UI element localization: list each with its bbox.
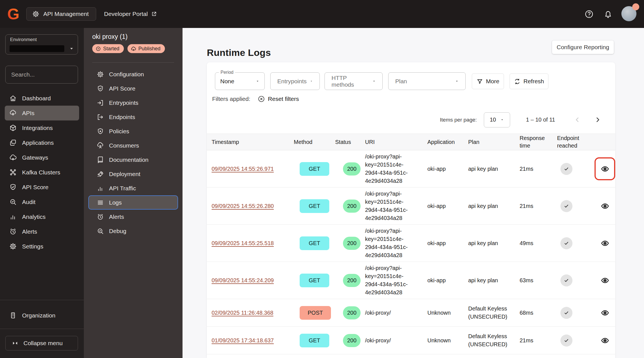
started-badge: Started (92, 44, 124, 53)
api-menu-item-policies[interactable]: Policies (88, 124, 178, 138)
cloud-icon (131, 46, 136, 51)
search-input[interactable] (11, 71, 87, 78)
sidebar-item-settings[interactable]: Settings (5, 239, 79, 254)
gear-icon (32, 10, 39, 18)
developer-portal-label: Developer Portal (104, 11, 148, 17)
api-menu-item-logs[interactable]: Logs (88, 195, 178, 210)
sidebar-item-api-score[interactable]: API Score (5, 180, 79, 195)
entrypoints-select[interactable]: Entrypoints (270, 72, 320, 90)
sidebar-item-integrations[interactable]: Integrations (5, 120, 79, 135)
response-time-cell: 49ms (520, 237, 557, 250)
api-menu-item-api-score[interactable]: API Score (88, 81, 178, 96)
gear-icon (97, 71, 104, 78)
timestamp-link[interactable]: 01/09/2025 17:34:18.637 (212, 336, 274, 345)
view-log-button[interactable] (601, 276, 609, 285)
uri-text: /oki-proxy?api-key=20151c4e-29d4-434a-95… (365, 264, 413, 297)
configure-reporting-button[interactable]: Configure Reporting (552, 41, 614, 54)
items-per-page-select[interactable]: 10 (484, 112, 510, 127)
sidebar-item-apis[interactable]: APIs (5, 106, 79, 120)
developer-portal-link[interactable]: Developer Portal (104, 11, 157, 17)
plan-cell: Default Keyless (UNSECURED) (468, 302, 520, 323)
app-switcher-button[interactable]: API Management (26, 7, 96, 21)
status-badge: 200 (343, 334, 361, 347)
divider (0, 300, 84, 300)
api-menu-item-debug[interactable]: Debug (88, 224, 178, 238)
cloud-icon (9, 154, 17, 161)
timestamp-link[interactable]: 09/09/2025 14:55:24.209 (212, 276, 274, 284)
bell-icon (603, 10, 613, 19)
previous-page-button[interactable] (574, 116, 581, 124)
eye-icon (601, 309, 609, 317)
timestamp-link[interactable]: 09/09/2025 14:55:25.518 (212, 239, 274, 247)
collapse-menu-button[interactable]: Collapse menu (5, 336, 78, 350)
help-button[interactable] (583, 8, 595, 20)
sidebar-item-organization[interactable]: Organization (5, 308, 79, 323)
collapse-menu-label: Collapse menu (23, 340, 63, 347)
http-methods-select[interactable]: HTTP methods (325, 72, 383, 90)
filters-applied-label: Filters applied: (212, 96, 250, 102)
chart-icon (97, 185, 104, 192)
eye-wrap (595, 232, 615, 255)
api-menu-item-deployment[interactable]: Deployment (88, 167, 178, 181)
sidebar-item-dashboard[interactable]: Dashboard (5, 91, 79, 106)
view-log-button[interactable] (601, 309, 609, 317)
sidebar-item-audit[interactable]: Audit (5, 195, 79, 209)
api-menu-item-endpoints[interactable]: Endpoints (88, 110, 178, 124)
timestamp-link[interactable]: 02/09/2025 11:26:48.368 (212, 309, 273, 317)
sidebar-item-applications[interactable]: Applications (5, 135, 79, 150)
http-methods-placeholder: HTTP methods (332, 75, 369, 88)
view-log-button[interactable] (601, 202, 609, 210)
check-icon (564, 310, 569, 316)
refresh-icon (514, 78, 520, 85)
enter-icon (97, 99, 104, 106)
reset-filters-label: Reset filters (268, 96, 299, 102)
column-header-endpoint-reached: Endpoint reached (557, 134, 595, 150)
refresh-button[interactable]: Refresh (510, 74, 548, 89)
api-menu-item-consumers[interactable]: Consumers (88, 138, 178, 153)
search-check-icon (97, 227, 104, 235)
eye-wrap (595, 301, 615, 324)
sidebar-item-kafka-clusters[interactable]: Kafka Clusters (5, 165, 79, 180)
api-menu-item-documentation[interactable]: Documentation (88, 153, 178, 167)
chevron-right-icon (594, 116, 602, 124)
notifications-button[interactable] (602, 8, 614, 20)
reset-filters-button[interactable]: Reset filters (258, 95, 299, 103)
plan-cell: api key plan (468, 200, 520, 212)
sidebar-item-alerts[interactable]: Alerts (5, 224, 79, 239)
api-menu-item-entrypoints[interactable]: Entrypoints (88, 96, 178, 110)
view-log-button[interactable] (601, 165, 609, 173)
next-page-button[interactable] (594, 116, 602, 124)
api-menu-item-configuration[interactable]: Configuration (88, 67, 178, 81)
plan-cell: Default Keyless (UNSECURED) (468, 330, 520, 351)
plan-placeholder: Plan (395, 78, 407, 85)
api-title: oki proxy (1) (92, 33, 128, 41)
api-menu-item-api-traffic[interactable]: API Traffic (88, 181, 178, 195)
column-header-plan: Plan (468, 138, 520, 146)
environment-select[interactable]: Environment (5, 34, 78, 54)
sidebar-item-analytics[interactable]: Analytics (5, 209, 79, 224)
plan-select[interactable]: Plan (388, 72, 466, 90)
chart-icon (9, 213, 17, 221)
more-filters-button[interactable]: More (472, 74, 504, 89)
shield-check-icon (9, 183, 17, 191)
table-body: 09/09/2025 14:55:26.971 GET 200 /oki-pro… (207, 150, 615, 358)
status-badge: 200 (343, 274, 361, 287)
view-log-button[interactable] (601, 336, 609, 345)
endpoint-reached-check (560, 200, 572, 212)
sidebar-nav: Dashboard APIs Integrations Applications… (0, 91, 84, 254)
timestamp-link[interactable]: 09/09/2025 14:55:26.280 (212, 202, 274, 210)
chevron-down-icon (256, 79, 259, 83)
check-icon (564, 166, 569, 172)
period-value: None (220, 78, 234, 85)
period-select[interactable]: Period None (215, 72, 265, 90)
gravitee-logo-icon[interactable]: G (7, 5, 23, 23)
view-log-button[interactable] (601, 239, 609, 248)
chevron-down-icon (372, 79, 376, 83)
rocket-icon (97, 170, 104, 178)
table-header: TimestampMethodStatusURIApplicationPlanR… (207, 134, 615, 150)
sidebar-item-gateways[interactable]: Gateways (5, 150, 79, 165)
timestamp-link[interactable]: 09/09/2025 14:55:26.971 (212, 165, 274, 173)
shield-star-icon (97, 128, 104, 135)
api-menu-item-alerts[interactable]: Alerts (88, 210, 178, 224)
application-cell: Unknown (427, 334, 468, 347)
